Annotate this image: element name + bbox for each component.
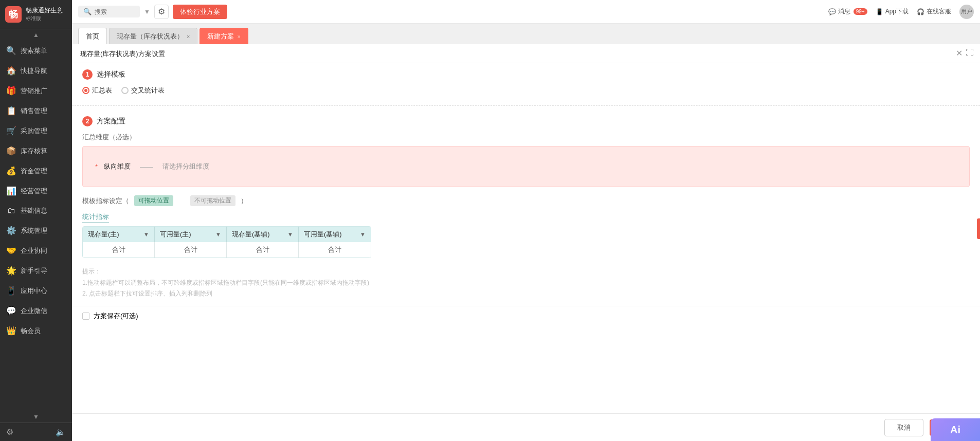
radio-crosstab[interactable]: 交叉统计表: [121, 86, 165, 95]
sidebar-item-quick-nav[interactable]: 🏠 快捷导航: [0, 61, 72, 81]
ai-badge[interactable]: Ai: [931, 418, 980, 441]
brand-logo: 畅: [5, 6, 22, 23]
topbar-right: 💬 消息 99+ 📱 App下载 🎧 在线客服 用户: [828, 5, 974, 19]
right-edge-indicator[interactable]: [977, 218, 980, 239]
message-badge: 99+: [854, 8, 867, 15]
required-mark: *: [95, 163, 98, 171]
search-box[interactable]: 🔍: [78, 6, 140, 17]
step1-section: 1 选择模板 汇总表 交叉统计表: [72, 63, 980, 101]
avatar[interactable]: 用户: [959, 5, 974, 19]
stat-body-col-2: 合计: [227, 242, 299, 258]
topbar-dropdown-icon[interactable]: ▼: [144, 8, 150, 15]
system-icon: ⚙️: [6, 226, 16, 235]
dim-dash: ——: [140, 163, 153, 171]
stat-col-2-arrow[interactable]: ▼: [287, 231, 293, 237]
dim-label: 纵向维度: [104, 162, 131, 171]
sidebar-nav: 🔍 搜索菜单 🏠 快捷导航 🎁 营销推广 📋 销售管理 🛒 采购管理 📦 库存核…: [0, 41, 72, 411]
stat-body-3-summary: 合计: [328, 246, 341, 253]
app-download-button[interactable]: 📱 App下载: [876, 7, 909, 16]
save-label: 方案保存(可选): [94, 311, 138, 321]
stat-body-0-summary: 合计: [112, 246, 125, 253]
radio-summary-circle[interactable]: [82, 87, 89, 94]
tips-item-1: 2. 点击标题栏下拉可设置排序、插入列和删除列: [82, 288, 970, 300]
sidebar-footer: ⚙ 🔈: [0, 422, 72, 441]
radio-crosstab-circle[interactable]: [121, 87, 129, 94]
panel-close-icon[interactable]: ✕: [956, 48, 963, 58]
radio-summary[interactable]: 汇总表: [82, 86, 112, 95]
member-icon: 👑: [6, 326, 16, 336]
sidebar-item-app-center[interactable]: 📱 应用中心: [0, 281, 72, 301]
sidebar-item-basic-info[interactable]: 🗂 基础信息: [0, 201, 72, 220]
step1-number: 1: [82, 69, 93, 80]
sidebar-item-corp-wechat[interactable]: 💬 企业微信: [0, 301, 72, 321]
search-input[interactable]: [95, 8, 136, 15]
topbar-settings-icon[interactable]: ⚙: [154, 5, 169, 19]
tips-title: 提示：: [82, 268, 101, 275]
dimension-box[interactable]: * 纵向维度 —— 请选择分组维度: [82, 146, 970, 187]
footer-bar: 取消 查询: [72, 413, 980, 441]
metrics-label-close: ）: [241, 196, 247, 206]
sidebar-item-label: 采购管理: [21, 126, 47, 136]
tab-new-scheme[interactable]: 新建方案 ×: [199, 28, 248, 44]
topbar: 🔍 ▼ ⚙ 体验行业方案 💬 消息 99+ 📱 App下载 🎧 在线客服 用户: [72, 0, 980, 24]
sidebar-item-system[interactable]: ⚙️ 系统管理: [0, 220, 72, 241]
sidebar-item-finance[interactable]: 💰 资金管理: [0, 161, 72, 181]
sidebar: 畅 畅康通好生意 标准版 ▲ 🔍 搜索菜单 🏠 快捷导航 🎁 营销推广 📋 销售…: [0, 0, 72, 441]
stat-col-1[interactable]: 可用量(主) ▼: [155, 227, 227, 242]
stat-col-3-arrow[interactable]: ▼: [360, 231, 366, 237]
tab-home[interactable]: 首页: [78, 28, 107, 44]
sidebar-item-search-menu[interactable]: 🔍 搜索菜单: [0, 41, 72, 61]
save-checkbox[interactable]: [82, 313, 89, 320]
stat-body-2-summary: 合计: [256, 246, 269, 253]
trial-button[interactable]: 体验行业方案: [173, 5, 227, 19]
sidebar-item-label: 系统管理: [21, 226, 47, 235]
sidebar-item-label: 经营管理: [21, 187, 47, 196]
sales-icon: 📋: [6, 106, 16, 116]
sidebar-scroll-up[interactable]: ▲: [0, 29, 72, 41]
stat-table-header: 现存量(主) ▼ 可用量(主) ▼ 现存量(基辅) ▼ 可用量(基辅): [83, 227, 371, 242]
sidebar-item-newbie[interactable]: 🌟 新手引导: [0, 261, 72, 281]
content-panel: ✕ ⛶ 现存量(库存状况表)方案设置 1 选择模板 汇总表 交叉统计表: [72, 44, 980, 413]
app-center-icon: 📱: [6, 286, 16, 296]
sidebar-item-member[interactable]: 👑 畅会员: [0, 321, 72, 341]
sidebar-item-corp-collab[interactable]: 🤝 企业协同: [0, 241, 72, 261]
tab-inventory-status[interactable]: 现存量（库存状况表） ×: [109, 28, 197, 44]
stat-table-body: 合计 合计 合计 合计: [83, 242, 371, 258]
tab-inventory-close-icon[interactable]: ×: [187, 33, 190, 40]
collab-icon: 🤝: [6, 246, 16, 255]
sidebar-item-operations[interactable]: 📊 经营管理: [0, 181, 72, 201]
service-icon: 🎧: [917, 8, 924, 15]
stat-body-col-0: 合计: [83, 242, 155, 258]
sidebar-item-inventory[interactable]: 📦 库存核算: [0, 141, 72, 161]
step2-title: 方案配置: [97, 117, 125, 126]
sidebar-item-marketing[interactable]: 🎁 营销推广: [0, 81, 72, 101]
stat-col-3[interactable]: 可用量(基辅) ▼: [299, 227, 371, 242]
avatar-text: 用户: [961, 8, 972, 15]
tabbar: 首页 现存量（库存状况表） × 新建方案 ×: [72, 24, 980, 44]
stat-col-1-arrow[interactable]: ▼: [215, 231, 221, 237]
step2-section: 2 方案配置 汇总维度（必选） * 纵向维度 —— 请选择分组维度 模板指标设定…: [72, 110, 980, 306]
sidebar-item-purchase[interactable]: 🛒 采购管理: [0, 121, 72, 141]
brand-name: 畅康通好生意: [26, 7, 63, 15]
sidebar-item-label: 新手引导: [21, 266, 47, 275]
stat-col-2[interactable]: 现存量(基辅) ▼: [227, 227, 299, 242]
step1-header: 1 选择模板: [82, 69, 970, 80]
sidebar-item-sales[interactable]: 📋 销售管理: [0, 101, 72, 121]
radio-crosstab-label: 交叉统计表: [131, 86, 165, 95]
basic-info-icon: 🗂: [6, 206, 16, 215]
app-download-label: App下载: [885, 7, 909, 16]
cancel-button[interactable]: 取消: [884, 419, 923, 436]
sidebar-item-label: 应用中心: [21, 286, 47, 296]
message-button[interactable]: 💬 消息 99+: [828, 7, 867, 16]
tab-new-scheme-close-icon[interactable]: ×: [237, 33, 240, 40]
stat-col-0-arrow[interactable]: ▼: [143, 231, 149, 237]
online-service-button[interactable]: 🎧 在线客服: [917, 7, 951, 16]
sound-icon[interactable]: 🔈: [56, 427, 66, 437]
settings-footer-icon[interactable]: ⚙: [6, 427, 13, 437]
panel-expand-icon[interactable]: ⛶: [966, 48, 974, 58]
stat-col-0[interactable]: 现存量(主) ▼: [83, 227, 155, 242]
sidebar-scroll-down[interactable]: ▼: [0, 411, 72, 422]
panel-top-icons: ✕ ⛶: [956, 48, 974, 58]
home-icon: 🏠: [6, 66, 16, 76]
metrics-setting: 模板指标设定（ 可拖动位置 不可拖动位置 ）: [82, 195, 970, 206]
